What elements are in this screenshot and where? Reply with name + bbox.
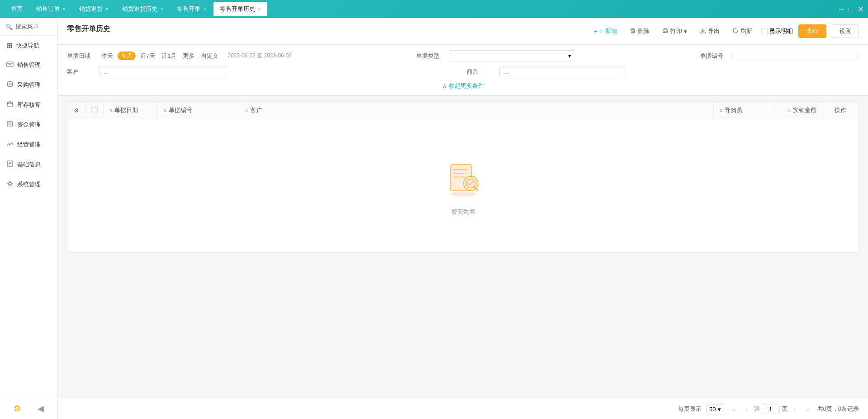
close-tab-sales-return-history[interactable]: × <box>160 6 163 12</box>
sidebar-item-label: 快捷导航 <box>16 42 39 50</box>
th-customer[interactable]: ⇅ 客户 <box>239 102 714 119</box>
type-select[interactable]: ▾ <box>449 50 575 61</box>
tab-retail-open-history[interactable]: 零售开单历史 × <box>213 2 267 16</box>
sidebar-item-system[interactable]: 系统管理 <box>0 174 57 194</box>
th-checkbox[interactable] <box>85 103 104 118</box>
sort-guide-icon: ⇅ <box>719 108 723 113</box>
sidebar-item-finance[interactable]: 资金管理 <box>0 115 57 135</box>
sidebar-item-basic-info[interactable]: 基础信息 <box>0 155 57 174</box>
sidebar-item-sales-mgmt[interactable]: 销售管理 <box>0 55 57 75</box>
column-settings-icon: ⚙ <box>74 107 79 114</box>
close-tab-sales-order[interactable]: × <box>62 6 66 12</box>
table-area: ⚙ ⇅ 单据日期 ⇅ 单据编号 ⇅ 客户 <box>58 96 868 399</box>
th-amount[interactable]: ⇅ 实销金额 <box>768 102 822 119</box>
filter-area: 单据日期 昨天 今天 近7天 近1月 更多 自定义 2023-06-02 至 2… <box>58 45 868 96</box>
date-opt-7days[interactable]: 近7天 <box>138 51 157 61</box>
sidebar-item-label: 资金管理 <box>17 121 41 129</box>
sales-mgmt-icon <box>6 61 14 70</box>
svg-point-4 <box>9 123 11 125</box>
svg-rect-2 <box>7 102 13 106</box>
first-page-btn[interactable]: « <box>729 404 740 414</box>
sidebar-item-label: 系统管理 <box>17 180 41 188</box>
sidebar-item-label: 采购管理 <box>17 81 41 89</box>
prev-page-btn[interactable]: ‹ <box>741 404 752 414</box>
close-tab-retail-open-history[interactable]: × <box>258 6 261 12</box>
close-tab-sales-return[interactable]: × <box>105 6 109 12</box>
date-opt-more[interactable]: 更多 <box>181 51 196 61</box>
svg-point-8 <box>451 191 476 197</box>
date-opt-yesterday[interactable]: 昨天 <box>100 51 115 61</box>
collapse-icon: ∧ <box>442 83 447 89</box>
refresh-button[interactable]: 刷新 <box>729 25 756 37</box>
content-area: 零售开单历史 + + 新增 删除 打印 ▾ <box>58 18 868 419</box>
system-icon <box>6 180 14 189</box>
checkbox-icon <box>761 28 768 34</box>
delete-icon <box>630 28 636 35</box>
sidebar-item-inventory[interactable]: 库存核算 <box>0 95 57 115</box>
query-button[interactable]: 查询 <box>798 24 826 38</box>
window-minimize-icon[interactable]: ─ <box>839 5 844 13</box>
add-button[interactable]: + + 新增 <box>590 25 621 37</box>
per-page-dropdown-icon: ▾ <box>718 406 721 413</box>
sidebar-search[interactable]: 🔍 搜索菜单 <box>0 18 57 36</box>
filter-row-1: 单据日期 昨天 今天 近7天 近1月 更多 自定义 2023-06-02 至 2… <box>67 50 859 61</box>
basic-info-icon <box>6 160 14 169</box>
per-page-select[interactable]: 50 ▾ <box>706 404 724 414</box>
sidebar-item-label: 经营管理 <box>17 141 41 149</box>
export-button[interactable]: 导出 <box>696 25 723 37</box>
page-title: 零售开单历史 <box>67 24 110 34</box>
docno-input[interactable] <box>732 54 859 58</box>
th-settings[interactable]: ⚙ <box>67 103 85 118</box>
date-opt-custom[interactable]: 自定义 <box>199 51 220 61</box>
collapse-filter-btn[interactable]: ∧ 收起更多条件 <box>67 82 859 90</box>
pagination: 每页显示 50 ▾ « ‹ 第 页 › » 共0页，0条记录 <box>58 399 868 419</box>
th-guide[interactable]: ⇅ 导购员 <box>714 102 768 119</box>
per-page-value: 50 <box>709 406 716 413</box>
window-close-icon[interactable]: ✕ <box>858 5 863 14</box>
date-opt-1month[interactable]: 近1月 <box>160 51 178 61</box>
close-tab-retail-open[interactable]: × <box>203 6 206 12</box>
window-maximize-icon[interactable]: □ <box>849 5 853 13</box>
inventory-icon <box>6 100 14 109</box>
sidebar-item-quick-nav[interactable]: ⊞ 快捷导航 <box>0 36 57 55</box>
date-range-display: 2023-06-02 至 2023-06-02 <box>228 52 291 60</box>
search-icon: 🔍 <box>5 24 13 30</box>
goods-input[interactable]: ... <box>499 66 626 77</box>
sort-amount-icon: ⇅ <box>787 108 791 113</box>
tab-retail-open[interactable]: 零售开单 × <box>171 2 213 16</box>
sort-customer-icon: ⇅ <box>245 108 248 113</box>
sidebar-item-operations[interactable]: 经营管理 <box>0 135 57 155</box>
add-icon: + <box>594 28 598 35</box>
tab-sales-order[interactable]: 销售订单 × <box>30 2 72 16</box>
th-date[interactable]: ⇅ 单据日期 <box>104 102 158 119</box>
docno-label: 单据编号 <box>700 52 725 60</box>
next-page-btn[interactable]: › <box>789 404 800 414</box>
date-opt-today[interactable]: 今天 <box>118 52 136 60</box>
table-header: ⚙ ⇅ 单据日期 ⇅ 单据编号 ⇅ 客户 <box>67 102 859 119</box>
settings-bottom-icon[interactable]: ⚙ <box>14 404 21 414</box>
display-detail-toggle[interactable]: 显示明细 <box>761 27 793 35</box>
delete-button[interactable]: 删除 <box>626 25 653 37</box>
window-controls: ─ □ ✕ <box>839 5 863 14</box>
print-button[interactable]: 打印 ▾ <box>659 25 691 37</box>
total-text: 共0页，0条记录 <box>817 405 859 413</box>
page-number-input[interactable] <box>762 405 780 414</box>
toolbar: + + 新增 删除 打印 ▾ <box>590 24 859 44</box>
collapse-sidebar-icon[interactable]: ◀ <box>38 404 44 414</box>
select-all-checkbox <box>91 107 98 113</box>
last-page-btn[interactable]: » <box>802 404 813 414</box>
tab-home[interactable]: + 新增 首页 <box>5 2 29 16</box>
th-docno[interactable]: ⇅ 单据编号 <box>158 102 239 119</box>
svg-rect-10 <box>453 169 467 170</box>
svg-rect-7 <box>663 30 668 33</box>
date-label: 单据日期 <box>67 52 92 60</box>
print-icon <box>662 28 669 35</box>
print-dropdown-icon: ▾ <box>684 28 687 35</box>
tab-sales-return[interactable]: 销货退货 × <box>73 2 115 16</box>
settings-button[interactable]: 设置 <box>832 24 859 38</box>
sidebar-item-label: 基础信息 <box>17 160 41 169</box>
sidebar-search-label: 搜索菜单 <box>15 23 39 31</box>
customer-input[interactable]: ... <box>100 66 226 77</box>
sidebar-item-purchase-mgmt[interactable]: 采购管理 <box>0 75 57 95</box>
tab-sales-return-history[interactable]: 销货退货历史 × <box>116 2 170 16</box>
